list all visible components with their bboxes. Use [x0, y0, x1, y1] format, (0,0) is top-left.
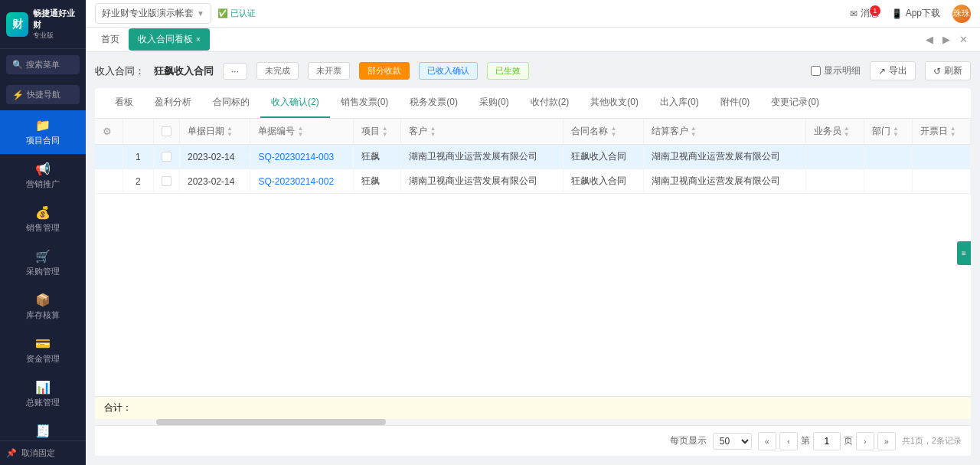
- download-icon: 📱: [891, 8, 903, 19]
- status-not-invoiced[interactable]: 未开票: [308, 62, 350, 80]
- scrollbar-thumb[interactable]: [156, 419, 386, 425]
- last-page-button[interactable]: »: [877, 432, 896, 450]
- first-page-button[interactable]: «: [758, 432, 776, 450]
- content-area: 收入合同： 狂飙收入合同 ··· 未完成 未开票 部分收款 已收入确认 已生效: [86, 52, 980, 465]
- subtab-standard[interactable]: 合同标的: [202, 88, 260, 118]
- sidebar-item-marketing[interactable]: 📢营销推广: [0, 154, 86, 198]
- status-effective[interactable]: 已生效: [487, 62, 529, 80]
- sidebar-item-sales[interactable]: 💰销售管理: [0, 198, 86, 241]
- page-number-input[interactable]: [813, 432, 841, 450]
- messages-button[interactable]: ✉ 消息 1: [850, 7, 879, 20]
- subtab-tax_invoice[interactable]: 税务发票(0): [399, 88, 469, 118]
- dept-sort-icon[interactable]: ▲▼: [893, 126, 899, 138]
- row-doc-no: SQ-20230214-002: [250, 169, 353, 194]
- refresh-button[interactable]: ↺ 刷新: [925, 61, 971, 80]
- horizontal-scrollbar[interactable]: [95, 419, 971, 425]
- right-action-tab[interactable]: ≡: [957, 241, 971, 265]
- status-income-confirmed[interactable]: 已收入确认: [419, 62, 478, 80]
- subtab-income_confirm[interactable]: 收入确认(2): [260, 88, 330, 118]
- sidebar-icon-inventory: 📦: [35, 293, 51, 307]
- more-actions-button[interactable]: ···: [223, 63, 247, 80]
- subtab-sales_invoice[interactable]: 销售发票(0): [330, 88, 400, 118]
- table-row[interactable]: 1 2023-02-14 SQ-20230214-003 狂飙 湖南卫视商业运营…: [95, 145, 971, 169]
- row-sales-person: [805, 145, 864, 169]
- row-num: 2: [122, 169, 153, 194]
- page-size-select[interactable]: 50 100: [713, 433, 752, 450]
- inner-panel: 看板盈利分析合同标的收入确认(2)销售发票(0)税务发票(0)采购(0)收付款(…: [95, 88, 971, 456]
- subtab-other_income[interactable]: 其他收支(0): [580, 88, 649, 118]
- sales-sort-icon[interactable]: ▲▼: [844, 126, 850, 138]
- table-header-row: ⚙ 单据日期 ▲▼: [95, 119, 971, 145]
- row-department: [864, 145, 913, 169]
- row-customer: 湖南卫视商业运营发展有限公司: [401, 145, 564, 169]
- tab-next-button[interactable]: ▶: [939, 32, 953, 47]
- row-date: 2023-02-14: [179, 145, 250, 169]
- status-partial-received[interactable]: 部分收款: [359, 62, 410, 80]
- col-check: [153, 119, 179, 145]
- table-footer: 合计：: [95, 396, 971, 419]
- sidebar-item-project[interactable]: 📁项目合同: [0, 110, 86, 154]
- open-date-sort-icon[interactable]: ▲▼: [950, 126, 956, 138]
- sidebar-item-general[interactable]: 📊总账管理: [0, 372, 86, 416]
- subtab-attachment[interactable]: 附件(0): [710, 88, 761, 118]
- tab-close-button[interactable]: ✕: [956, 32, 971, 47]
- status-not-complete[interactable]: 未完成: [256, 62, 299, 80]
- sidebar-icon-general: 📊: [35, 380, 51, 395]
- sidebar-label-capital: 资金管理: [26, 353, 60, 365]
- row-department: [864, 169, 913, 194]
- select-all-checkbox[interactable]: [162, 126, 172, 136]
- quick-nav-button[interactable]: ⚡ 快捷导航: [6, 85, 80, 104]
- subtab-warehouse[interactable]: 出入库(0): [649, 88, 710, 118]
- tab-prev-button[interactable]: ◀: [923, 32, 936, 47]
- next-page-button[interactable]: ›: [856, 432, 874, 450]
- row-customer: 湖南卫视商业运营发展有限公司: [401, 169, 564, 194]
- active-tab[interactable]: 收入合同看板 ×: [129, 28, 210, 51]
- subtab-board[interactable]: 看板: [104, 88, 144, 118]
- row-doc-no: SQ-20230214-003: [250, 145, 353, 169]
- col-contract-name: 合同名称 ▲▼: [564, 119, 643, 145]
- search-menu-button[interactable]: 🔍 搜索菜单: [6, 55, 80, 74]
- subtab-payment[interactable]: 收付款(2): [520, 88, 580, 118]
- customer-sort-icon[interactable]: ▲▼: [430, 126, 436, 138]
- contract-name-sort-icon[interactable]: ▲▼: [610, 126, 616, 138]
- sidebar-item-capital[interactable]: 💳资金管理: [0, 329, 86, 372]
- sidebar-item-purchase[interactable]: 🛒采购管理: [0, 241, 86, 285]
- sidebar: 财 畅捷通好业财 专业版 🔍 搜索菜单 ⚡ 快捷导航 📁项目合同📢营销推广💰销售…: [0, 0, 86, 465]
- contract-title: 狂飙收入合同: [154, 64, 214, 78]
- project-sort-icon[interactable]: ▲▼: [382, 126, 388, 138]
- col-num: [122, 119, 153, 145]
- subtab-profit[interactable]: 盈利分析: [144, 88, 202, 118]
- pin-icon: 📌: [6, 448, 17, 458]
- home-tab[interactable]: 首页: [95, 28, 126, 51]
- show-detail-checkbox[interactable]: [811, 66, 821, 76]
- topbar-right-actions: ✉ 消息 1 📱 App下载 珠珠: [850, 5, 971, 23]
- doc-no-link[interactable]: SQ-20230214-002: [258, 176, 334, 187]
- row-check: [153, 145, 179, 169]
- page-navigation: « ‹ 第 页 › »: [758, 432, 896, 450]
- col-date: 单据日期 ▲▼: [179, 119, 250, 145]
- sidebar-item-inventory[interactable]: 📦库存核算: [0, 285, 86, 329]
- app-download-button[interactable]: 📱 App下载: [891, 7, 940, 20]
- subtab-purchase[interactable]: 采购(0): [469, 88, 520, 118]
- prev-page-button[interactable]: ‹: [779, 432, 798, 450]
- company-selector[interactable]: 好业财专业版演示帐套 ▼: [95, 3, 211, 24]
- refresh-icon: ↺: [933, 66, 941, 77]
- sidebar-pin-button[interactable]: 📌 取消固定: [0, 440, 86, 465]
- row-checkbox[interactable]: [162, 152, 172, 162]
- date-sort-icon[interactable]: ▲▼: [227, 126, 233, 138]
- table-row[interactable]: 2 2023-02-14 SQ-20230214-002 狂飙 湖南卫视商业运营…: [95, 169, 971, 194]
- settings-icon[interactable]: ⚙: [103, 126, 112, 137]
- user-avatar-area[interactable]: 珠珠: [952, 5, 971, 23]
- row-checkbox[interactable]: [162, 176, 172, 186]
- avatar: 珠珠: [952, 5, 971, 23]
- doc-no-sort-icon[interactable]: ▲▼: [297, 126, 303, 138]
- sidebar-item-invoice[interactable]: 🧾发票管理: [0, 416, 86, 440]
- col-doc-no: 单据编号 ▲▼: [250, 119, 353, 145]
- doc-no-link[interactable]: SQ-20230214-003: [258, 152, 334, 162]
- tab-close-icon[interactable]: ×: [196, 35, 201, 44]
- subtab-change_log[interactable]: 变更记录(0): [760, 88, 830, 118]
- col-sales-person: 业务员 ▲▼: [805, 119, 864, 145]
- row-contract-name: 狂飙收入合同: [564, 169, 643, 194]
- export-button[interactable]: ↗ 导出: [870, 61, 916, 80]
- settle-sort-icon[interactable]: ▲▼: [691, 126, 697, 138]
